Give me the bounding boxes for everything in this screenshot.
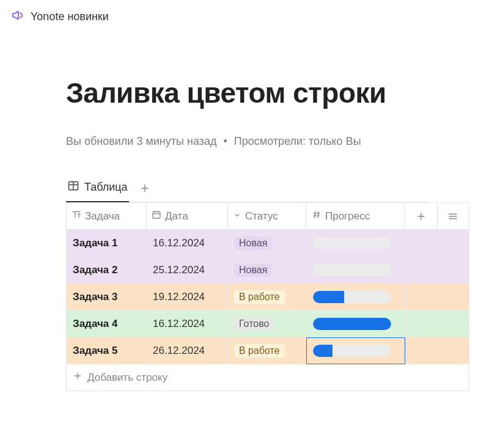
add-row-label: Добавить строку	[87, 372, 167, 384]
svg-rect-5	[153, 211, 160, 218]
number-icon	[312, 210, 321, 222]
empty-cell	[437, 337, 469, 364]
status-cell[interactable]: Новая	[227, 257, 306, 284]
progress-cell[interactable]	[306, 257, 405, 284]
table-icon	[67, 180, 79, 195]
progress-cell[interactable]	[306, 230, 405, 257]
tab-table[interactable]: Таблица	[66, 175, 129, 202]
status-badge: В работе	[234, 290, 285, 304]
progress-bar	[313, 318, 391, 330]
svg-line-12	[318, 211, 318, 218]
empty-cell	[405, 310, 437, 337]
date-cell[interactable]: 26.12.2024	[146, 337, 227, 364]
date-cell[interactable]: 25.12.2024	[146, 257, 227, 284]
progress-cell[interactable]	[306, 337, 405, 364]
task-cell[interactable]: Задача 1	[67, 230, 147, 257]
task-cell[interactable]: Задача 4	[67, 310, 147, 337]
meta-updated: Вы обновили 3 минуты назад	[66, 135, 216, 147]
progress-bar	[313, 237, 391, 249]
empty-cell	[405, 284, 437, 310]
empty-cell	[437, 257, 469, 284]
page-meta: Вы обновили 3 минуты назад • Просмотрели…	[66, 135, 428, 148]
column-header-task[interactable]: Задача	[67, 203, 147, 230]
table-options-button[interactable]	[437, 203, 469, 230]
plus-icon	[73, 371, 83, 384]
breadcrumb-label: Yonote новинки	[31, 10, 109, 23]
empty-cell	[437, 310, 469, 337]
table-row[interactable]: Задача 116.12.2024Новая	[67, 230, 469, 257]
svg-line-11	[315, 211, 315, 218]
status-badge: Новая	[234, 263, 272, 277]
status-cell[interactable]: Готово	[227, 310, 306, 337]
status-badge: Новая	[234, 237, 272, 250]
page-title: Заливка цветом строки	[66, 76, 428, 109]
view-tabs: Таблица	[66, 175, 428, 202]
meta-separator: •	[224, 135, 227, 147]
empty-cell	[437, 230, 469, 257]
task-cell[interactable]: Задача 5	[67, 337, 147, 364]
meta-views: Просмотрели: только Вы	[234, 135, 361, 147]
table-row[interactable]: Задача 416.12.2024Готово	[67, 310, 469, 337]
column-header-date[interactable]: Дата	[146, 203, 227, 230]
status-cell[interactable]: В работе	[227, 337, 306, 364]
column-header-progress[interactable]: Прогресс	[306, 203, 405, 230]
text-type-icon	[72, 210, 81, 222]
progress-cell[interactable]	[306, 284, 405, 310]
date-cell[interactable]: 16.12.2024	[146, 230, 227, 257]
add-row-button[interactable]: Добавить строку	[67, 364, 469, 391]
progress-cell[interactable]	[306, 310, 405, 337]
tab-label: Таблица	[84, 181, 128, 194]
status-cell[interactable]: Новая	[227, 230, 306, 257]
task-cell[interactable]: Задача 3	[67, 284, 147, 310]
date-cell[interactable]: 16.12.2024	[146, 310, 227, 337]
megaphone-icon	[11, 9, 24, 25]
progress-bar	[313, 291, 391, 303]
column-header-status[interactable]: Статус	[227, 203, 306, 230]
empty-cell	[437, 284, 469, 310]
task-cell[interactable]: Задача 2	[67, 257, 147, 284]
add-view-button[interactable]	[138, 181, 152, 196]
data-table: Задача Дата Ст	[66, 202, 469, 391]
calendar-icon	[152, 210, 161, 222]
table-row[interactable]: Задача 526.12.2024В работе	[67, 337, 469, 364]
table-row[interactable]: Задача 319.12.2024В работе	[67, 284, 469, 310]
date-cell[interactable]: 19.12.2024	[146, 284, 227, 310]
empty-cell	[405, 230, 437, 257]
empty-cell	[405, 337, 437, 364]
status-badge: В работе	[234, 344, 285, 358]
status-badge: Готово	[234, 317, 274, 331]
table-header-row: Задача Дата Ст	[67, 203, 469, 230]
progress-bar	[313, 264, 391, 276]
empty-cell	[405, 257, 437, 284]
progress-bar	[313, 345, 391, 357]
add-column-button[interactable]	[405, 203, 437, 230]
chevron-down-icon	[233, 210, 241, 222]
table-row[interactable]: Задача 225.12.2024Новая	[67, 257, 469, 284]
status-cell[interactable]: В работе	[227, 284, 306, 310]
breadcrumb[interactable]: Yonote новинки	[0, 0, 503, 34]
